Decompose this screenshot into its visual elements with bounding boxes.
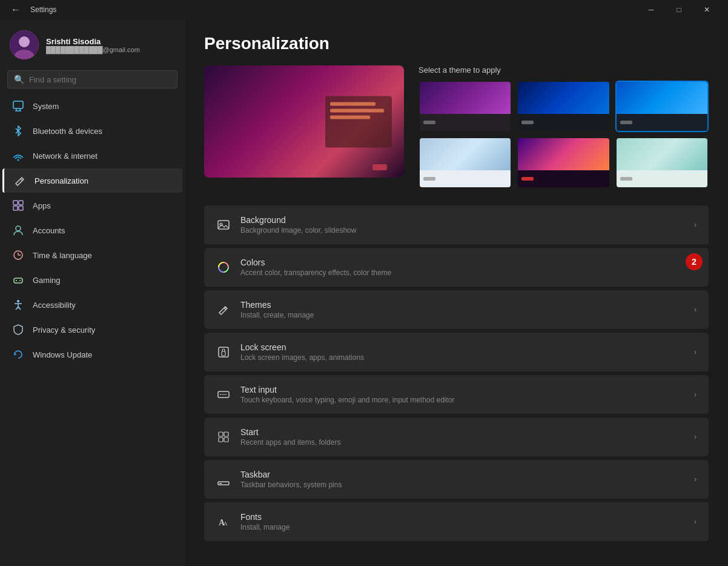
privacy-icon [12,324,24,336]
settings-item-desc-fonts: Install, manage [240,523,684,531]
main-content: Personalization Select a theme to apply [185,19,728,566]
theme-grid-section: Select a theme to apply [419,65,709,188]
settings-item-desc-textinput: Touch keyboard, voice typing, emoji and … [240,396,684,404]
settings-item-text-themes: Themes Install, create, manage [240,300,684,319]
chevron-icon-background: › [694,221,697,229]
theme-option-6[interactable] [615,137,709,188]
theme-option-2[interactable] [517,81,610,132]
textinput-icon [216,387,231,402]
preview-line-3 [330,115,370,119]
sidebar-item-update[interactable]: Windows Update [2,342,182,367]
search-icon: 🔍 [14,75,24,84]
settings-item-themes[interactable]: Themes Install, create, manage › [204,290,709,329]
settings-item-title-lockscreen: Lock screen [240,342,684,352]
sidebar-item-apps[interactable]: Apps [2,193,182,218]
sidebar-item-label-accessibility: Accessibility [33,301,76,310]
titlebar: ← Settings ─ □ ✕ [0,0,728,19]
sidebar-item-label-gaming: Gaming [33,276,61,285]
app-body: Srishti Sisodia ████████████@gmail.com 🔍… [0,19,728,566]
settings-item-textinput[interactable]: Text input Touch keyboard, voice typing,… [204,375,709,414]
settings-item-title-start: Start [240,427,684,437]
svg-text:A: A [223,521,228,527]
sidebar-item-label-time: Time & language [33,251,92,260]
theme-thumb-dot-2 [521,121,534,124]
settings-group-themes: Themes Install, create, manage › [204,290,709,329]
titlebar-left: ← Settings [7,2,56,18]
back-button[interactable]: ← [7,2,24,18]
titlebar-controls: ─ □ ✕ [637,0,721,19]
theme-thumb-inner-5 [518,138,609,170]
theme-thumb-bar-3 [617,114,707,131]
background-icon [216,218,231,232]
settings-item-lockscreen[interactable]: Lock screen Lock screen images, apps, an… [204,333,709,371]
theme-thumb-inner-4 [420,138,511,170]
maximize-button[interactable]: □ [665,0,693,19]
lockscreen-icon [216,345,231,359]
sidebar-nav: System Bluetooth & devices Network & int… [0,93,185,560]
sidebar-item-time[interactable]: Time & language [2,243,182,267]
accessibility-icon [12,299,24,311]
sidebar-item-label-system: System [33,102,59,111]
settings-item-desc-taskbar: Taskbar behaviors, system pins [240,481,684,489]
theme-thumb-inner-2 [518,82,609,114]
sidebar-item-bluetooth[interactable]: Bluetooth & devices [2,119,182,143]
sidebar-item-accessibility[interactable]: Accessibility [2,293,182,317]
theme-thumb-bar-4 [420,170,511,187]
sidebar-item-gaming[interactable]: Gaming [2,268,182,292]
theme-option-1[interactable] [419,81,512,132]
svg-point-7 [18,159,19,161]
sidebar-item-system[interactable]: System [2,94,182,118]
preview-line-1 [330,102,376,105]
theme-thumb-bar-2 [518,114,609,131]
theme-thumb-bar-6 [617,170,707,187]
colors-icon [216,260,231,275]
settings-item-desc-lockscreen: Lock screen images, apps, animations [240,353,684,362]
theme-option-3[interactable] [615,81,709,132]
start-icon [216,430,231,444]
close-button[interactable]: ✕ [693,0,721,19]
fonts-icon: AA [216,514,231,529]
svg-point-20 [19,280,21,281]
settings-item-start[interactable]: Start Recent apps and items, folders › [204,418,709,456]
sidebar-item-accounts[interactable]: Accounts [2,218,182,242]
sidebar-item-personalization[interactable]: Personalization [2,168,182,193]
svg-rect-9 [13,201,18,205]
settings-group-fonts: AA Fonts Install, manage › [204,502,709,541]
settings-item-fonts[interactable]: AA Fonts Install, manage › [204,502,709,541]
svg-rect-3 [13,101,23,108]
svg-rect-10 [19,201,23,205]
sidebar: Srishti Sisodia ████████████@gmail.com 🔍… [0,19,185,566]
gaming-icon [12,274,24,286]
svg-point-13 [16,226,21,231]
sidebar-item-privacy[interactable]: Privacy & security [2,318,182,342]
settings-item-taskbar[interactable]: Taskbar Taskbar behaviors, system pins › [204,460,709,499]
minimize-button[interactable]: ─ [637,0,665,19]
svg-rect-12 [19,206,23,210]
svg-rect-42 [219,483,222,484]
settings-item-text-colors: Colors Accent color, transparency effect… [240,258,684,277]
sidebar-item-label-accounts: Accounts [33,226,65,235]
settings-group-lockscreen: Lock screen Lock screen images, apps, an… [204,333,709,371]
personalization-icon [14,175,26,187]
settings-item-title-colors: Colors [240,258,684,267]
svg-line-29 [224,308,226,310]
settings-item-background[interactable]: Background Background image, color, slid… [204,205,709,244]
theme-grid-label: Select a theme to apply [419,65,709,75]
sidebar-item-network[interactable]: Network & internet [2,144,182,168]
search-box[interactable]: 🔍 [7,70,177,88]
chevron-icon-taskbar: › [694,475,697,484]
svg-rect-32 [218,391,229,398]
theme-thumb-dot-6 [620,177,632,181]
page-title: Personalization [204,34,709,53]
chevron-icon-start: › [694,433,697,441]
settings-item-desc-themes: Install, create, manage [240,311,684,319]
preview-dot [372,164,387,170]
theme-grid [419,81,709,188]
user-profile[interactable]: Srishti Sisodia ████████████@gmail.com [0,19,185,68]
chevron-icon-fonts: › [694,518,697,526]
settings-item-colors[interactable]: Colors Accent color, transparency effect… [204,248,709,287]
theme-option-4[interactable] [419,137,512,188]
settings-item-text-background: Background Background image, color, slid… [240,215,684,235]
theme-option-5[interactable] [517,137,610,188]
search-input[interactable] [29,75,171,84]
